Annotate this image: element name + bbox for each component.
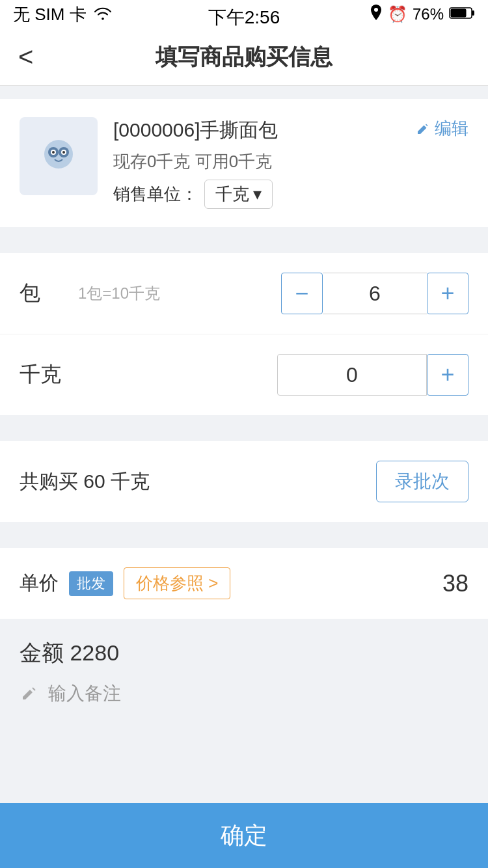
status-right: ⏰ 76% <box>370 4 475 25</box>
alarm-icon: ⏰ <box>388 5 407 23</box>
product-thumbnail <box>20 117 98 195</box>
svg-point-9 <box>52 151 55 154</box>
bao-increment-button[interactable]: + <box>427 273 468 314</box>
divider-1 <box>0 86 488 99</box>
price-value: 38 <box>442 570 468 597</box>
note-label: 输入备注 <box>48 681 121 706</box>
unit-selector[interactable]: 千克 ▾ <box>204 180 273 209</box>
svg-rect-2 <box>472 10 474 16</box>
battery-icon <box>449 5 475 23</box>
svg-point-0 <box>374 8 378 12</box>
amount-row: 金额 2280 <box>20 638 468 668</box>
status-left: 无 SIM 卡 <box>13 3 113 26</box>
unit-label: 销售单位： <box>113 183 198 206</box>
amount-value: 2280 <box>70 640 119 665</box>
wifi-icon <box>93 5 113 25</box>
price-badge: 批发 <box>69 571 113 596</box>
amount-section: 金额 2280 输入备注 <box>0 619 488 726</box>
kg-input[interactable] <box>277 354 427 396</box>
status-time: 下午2:56 <box>208 5 280 30</box>
bao-decrement-button[interactable]: − <box>281 273 323 314</box>
svg-rect-3 <box>451 9 467 18</box>
input-section: 包 1包=10千克 − + 千克 + <box>0 253 488 415</box>
price-section: 单价 批发 价格参照 > 38 <box>0 548 488 619</box>
product-stock: 现存0千克 可用0千克 <box>113 150 468 173</box>
kg-increment-button[interactable]: + <box>427 354 468 396</box>
bao-stepper: − + <box>281 273 468 314</box>
nav-title: 填写商品购买信息 <box>156 42 332 72</box>
price-row: 单价 批发 价格参照 > 38 <box>20 567 468 599</box>
divider-2 <box>0 240 488 253</box>
product-section: [0000006]手撕面包 现存0千克 可用0千克 销售单位： 千克 ▾ 编辑 <box>0 99 488 227</box>
location-icon <box>370 4 383 25</box>
svg-point-10 <box>62 151 65 154</box>
summary-text: 共购买 60 千克 <box>20 468 150 495</box>
edit-button[interactable]: 编辑 <box>415 117 468 140</box>
back-button[interactable]: < <box>18 42 33 72</box>
batch-button[interactable]: 录批次 <box>376 461 468 502</box>
product-unit-row: 销售单位： 千克 ▾ <box>113 180 468 209</box>
carrier-text: 无 SIM 卡 <box>13 3 87 26</box>
kg-stepper: + <box>277 354 468 396</box>
bao-hint: 1包=10千克 <box>78 283 281 304</box>
note-row[interactable]: 输入备注 <box>20 681 468 706</box>
bao-input[interactable] <box>323 273 427 314</box>
kg-row: 千克 + <box>0 334 488 415</box>
divider-3 <box>0 428 488 441</box>
bao-label: 包 <box>20 279 72 308</box>
divider-4 <box>0 535 488 548</box>
bao-row: 包 1包=10千克 − + <box>0 253 488 334</box>
summary-section: 共购买 60 千克 录批次 <box>0 441 488 522</box>
pencil-icon <box>20 684 39 703</box>
dropdown-arrow-icon: ▾ <box>253 184 262 204</box>
amount-label: 金额 <box>20 640 70 665</box>
battery-text: 76% <box>413 5 444 23</box>
price-label: 单价 <box>20 570 59 597</box>
nav-bar: < 填写商品购买信息 <box>0 29 488 86</box>
price-ref-button[interactable]: 价格参照 > <box>124 567 230 599</box>
status-bar: 无 SIM 卡 下午2:56 ⏰ 76% <box>0 0 488 29</box>
confirm-button[interactable]: 确定 <box>0 803 488 868</box>
kg-label: 千克 <box>20 360 72 389</box>
